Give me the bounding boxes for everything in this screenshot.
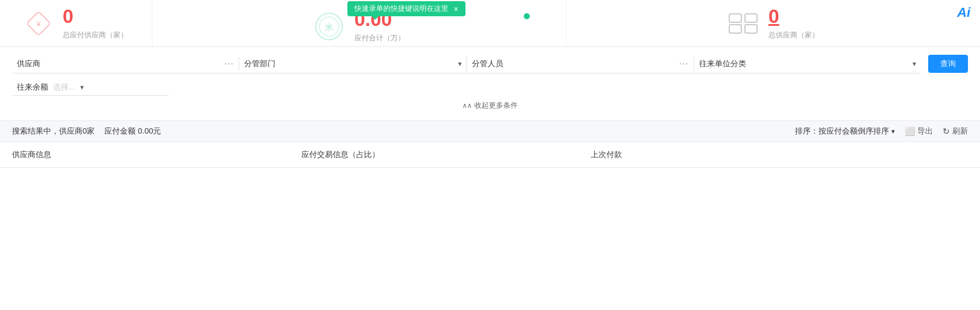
tooltip-bubble: 快速录单的快捷键说明在这里 × <box>347 1 465 16</box>
table-body <box>0 168 980 310</box>
export-button[interactable]: ⬜ 导出 <box>905 126 933 137</box>
svg-text:¥: ¥ <box>36 20 41 28</box>
results-actions: 排序：按应付会额倒序排序 ▾ ⬜ 导出 ↻ 刷新 <box>795 126 968 137</box>
supplier-field: 供应商 ··· <box>12 54 239 73</box>
col-supplier-header: 供应商信息 <box>12 149 301 160</box>
amount-info: 应付金额 0.00元 <box>104 126 161 137</box>
svg-rect-5 <box>729 14 741 22</box>
search-row-1: 供应商 ··· 分管部门 ▾ 分管人员 ··· 往来单位分类 ▾ 查询 <box>12 54 968 73</box>
unit-category-field: 往来单位分类 ▾ <box>694 54 921 73</box>
balance-label: 往来余额 <box>17 82 48 93</box>
manager-field: 分管人员 ··· <box>467 54 694 73</box>
unit-category-arrow[interactable]: ▾ <box>912 60 916 68</box>
sort-select[interactable]: 排序：按应付会额倒序排序 ▾ <box>795 126 895 137</box>
payable-suppliers-number: 0 <box>63 6 128 27</box>
results-bar: 搜索结果中，供应商0家 应付金额 0.00元 排序：按应付会额倒序排序 ▾ ⬜ … <box>0 121 980 142</box>
supplier-input[interactable] <box>46 59 219 68</box>
tooltip-close-button[interactable]: × <box>453 5 458 13</box>
sort-label: 排序：按应付会额倒序排序 <box>795 126 889 137</box>
manager-dots[interactable]: ··· <box>679 58 688 69</box>
col-transaction-header: 应付交易信息（占比） <box>301 149 591 160</box>
stat-payable-suppliers: ¥ 0 总应付供应商（家） <box>0 0 152 46</box>
diamond-icon: ¥ <box>24 9 53 38</box>
stat-payable-total: 快速录单的快捷键说明在这里 × 米 0.00 应付合计（万） <box>152 0 567 46</box>
supplier-label: 供应商 <box>17 58 41 69</box>
collapse-label: 收起更多条件 <box>474 101 518 111</box>
unit-category-input[interactable] <box>751 59 908 68</box>
svg-rect-6 <box>745 14 757 22</box>
supplier-dots[interactable]: ··· <box>224 58 234 69</box>
grid-icon <box>727 11 759 36</box>
department-arrow[interactable]: ▾ <box>458 60 462 68</box>
department-input[interactable] <box>280 59 453 68</box>
export-label: 导出 <box>917 126 933 137</box>
search-section: 供应商 ··· 分管部门 ▾ 分管人员 ··· 往来单位分类 ▾ 查询 <box>0 47 980 121</box>
refresh-button[interactable]: ↻ 刷新 <box>943 126 968 137</box>
table-header: 供应商信息 应付交易信息（占比） 上次付款 <box>0 142 980 168</box>
total-suppliers-label: 总供应商（家） <box>768 30 819 40</box>
svg-rect-7 <box>729 25 741 33</box>
ai-label[interactable]: Ai <box>957 5 970 20</box>
refresh-label: 刷新 <box>952 126 968 137</box>
balance-placeholder: 选择... <box>53 82 75 93</box>
refresh-icon: ↻ <box>943 126 950 136</box>
collapse-up-icon: ∧∧ <box>462 102 472 110</box>
manager-input[interactable] <box>508 59 674 68</box>
svg-rect-8 <box>745 25 757 33</box>
sort-arrow: ▾ <box>891 128 895 135</box>
circle-icon: 米 <box>313 11 345 42</box>
tooltip-dot <box>524 13 530 19</box>
department-label: 分管部门 <box>244 58 275 69</box>
total-suppliers-number: 0 <box>768 6 819 27</box>
balance-field: 往来余额 选择... ▾ <box>12 79 169 96</box>
payable-total-label: 应付合计（万） <box>354 33 405 43</box>
manager-label: 分管人员 <box>472 58 503 69</box>
collapse-button[interactable]: ∧∧ 收起更多条件 <box>462 101 518 111</box>
stats-bar: ¥ 0 总应付供应商（家） 快速录单的快捷键说明在这里 × 米 <box>0 0 980 47</box>
export-icon: ⬜ <box>905 126 915 136</box>
tooltip-text: 快速录单的快捷键说明在这里 <box>354 4 448 14</box>
balance-arrow[interactable]: ▾ <box>80 83 84 91</box>
search-row-2: 往来余额 选择... ▾ <box>12 79 968 96</box>
search-button[interactable]: 查询 <box>928 55 968 73</box>
col-lastpay-header: 上次付款 <box>591 149 968 160</box>
svg-text:米: 米 <box>325 22 333 32</box>
unit-category-label: 往来单位分类 <box>699 58 746 69</box>
results-info: 搜索结果中，供应商0家 <box>12 126 95 137</box>
payable-suppliers-label: 总应付供应商（家） <box>63 30 128 40</box>
department-field: 分管部门 ▾ <box>239 54 466 73</box>
stat-total-suppliers: 0 总供应商（家） Ai <box>567 0 980 46</box>
